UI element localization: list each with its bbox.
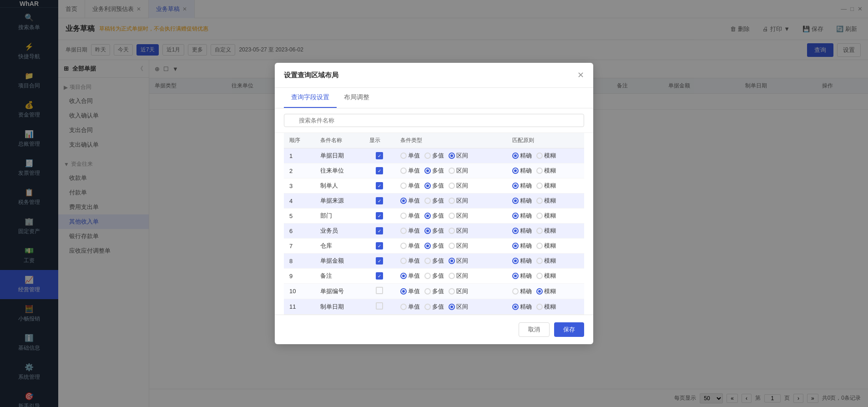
radio-type-单值[interactable]: 单值 [400, 242, 420, 250]
row-show[interactable] [364, 284, 395, 299]
row-match: 精确模糊 [507, 239, 584, 254]
row-show[interactable] [364, 299, 395, 315]
radio-type-区间[interactable]: 区间 [449, 212, 468, 220]
radio-type-区间[interactable]: 区间 [449, 242, 468, 250]
radio-type-区间[interactable]: 区间 [449, 272, 468, 280]
show-checkbox[interactable] [376, 287, 383, 294]
radio-type-区间[interactable]: 区间 [449, 167, 468, 175]
row-condition-type: 单值多值区间 [395, 163, 507, 178]
radio-type-多值[interactable]: 多值 [424, 152, 444, 160]
row-show[interactable]: ✓ [364, 163, 395, 178]
modal-cancel-button[interactable]: 取消 [519, 322, 550, 337]
radio-type-单值[interactable]: 单值 [400, 257, 420, 265]
modal-table: 顺序 条件名称 显示 条件类型 匹配原则 1单据日期✓单值多值区间精确模糊2往来… [284, 133, 584, 315]
show-checkbox[interactable]: ✓ [376, 227, 383, 234]
radio-match-精确[interactable]: 精确 [512, 152, 532, 160]
radio-type-区间[interactable]: 区间 [449, 197, 468, 205]
radio-type-单值[interactable]: 单值 [400, 212, 420, 220]
radio-match-模糊[interactable]: 模糊 [536, 167, 556, 175]
show-checkbox[interactable]: ✓ [376, 152, 383, 159]
radio-type-单值[interactable]: 单值 [400, 197, 420, 205]
radio-type-区间[interactable]: 区间 [449, 227, 468, 235]
radio-type-多值[interactable]: 多值 [424, 242, 444, 250]
radio-match-精确[interactable]: 精确 [512, 303, 532, 311]
show-checkbox[interactable]: ✓ [376, 212, 383, 219]
radio-type-区间[interactable]: 区间 [449, 152, 468, 160]
show-checkbox[interactable]: ✓ [376, 182, 383, 189]
radio-match-精确[interactable]: 精确 [512, 197, 532, 205]
row-show[interactable]: ✓ [364, 254, 395, 269]
radio-type-多值[interactable]: 多值 [424, 227, 444, 235]
modal-save-button[interactable]: 保存 [554, 322, 584, 337]
radio-type-区间[interactable]: 区间 [449, 182, 468, 190]
radio-match-精确[interactable]: 精确 [512, 212, 532, 220]
radio-dot [512, 304, 519, 310]
row-show[interactable]: ✓ [364, 148, 395, 163]
row-show[interactable]: ✓ [364, 269, 395, 284]
radio-type-区间[interactable]: 区间 [449, 257, 468, 265]
modal-dialog: 设置查询区域布局 ✕ 查询字段设置 布局调整 🔍 顺序 条件名称 [275, 63, 593, 344]
radio-match-模糊[interactable]: 模糊 [536, 242, 556, 250]
radio-type-多值[interactable]: 多值 [424, 182, 444, 190]
modal-tab-fields[interactable]: 查询字段设置 [284, 88, 337, 108]
modal-search-input[interactable] [284, 114, 584, 127]
show-checkbox[interactable]: ✓ [376, 167, 383, 174]
show-checkbox[interactable] [376, 302, 383, 310]
radio-match-精确[interactable]: 精确 [512, 182, 532, 190]
radio-type-多值[interactable]: 多值 [424, 167, 444, 175]
radio-match-模糊[interactable]: 模糊 [536, 212, 556, 220]
radio-type-区间[interactable]: 区间 [449, 303, 468, 311]
radio-dot [400, 243, 407, 249]
radio-match-模糊[interactable]: 模糊 [536, 287, 556, 295]
radio-match-模糊[interactable]: 模糊 [536, 272, 556, 280]
radio-dot [536, 213, 543, 219]
show-checkbox[interactable]: ✓ [376, 272, 383, 280]
radio-match-精确[interactable]: 精确 [512, 257, 532, 265]
radio-match-精确[interactable]: 精确 [512, 167, 532, 175]
radio-match-模糊[interactable]: 模糊 [536, 197, 556, 205]
row-match: 精确模糊 [507, 299, 584, 315]
table-row: 4单据来源✓单值多值区间精确模糊 [284, 193, 584, 209]
radio-type-区间[interactable]: 区间 [449, 287, 468, 295]
radio-match-模糊[interactable]: 模糊 [536, 182, 556, 190]
radio-type-单值[interactable]: 单值 [400, 182, 420, 190]
show-checkbox[interactable]: ✓ [376, 197, 383, 204]
radio-type-单值[interactable]: 单值 [400, 303, 420, 311]
row-show[interactable]: ✓ [364, 193, 395, 209]
radio-type-多值[interactable]: 多值 [424, 257, 444, 265]
row-order: 9 [284, 269, 315, 284]
row-show[interactable]: ✓ [364, 178, 395, 193]
row-condition-type: 单值多值区间 [395, 284, 507, 299]
radio-dot [400, 228, 407, 234]
radio-type-单值[interactable]: 单值 [400, 227, 420, 235]
radio-match-精确[interactable]: 精确 [512, 227, 532, 235]
modal-col-type: 条件类型 [395, 133, 507, 148]
radio-type-多值[interactable]: 多值 [424, 212, 444, 220]
radio-type-单值[interactable]: 单值 [400, 152, 420, 160]
radio-type-多值[interactable]: 多值 [424, 272, 444, 280]
show-checkbox[interactable]: ✓ [376, 242, 383, 249]
modal-overlay[interactable]: 设置查询区域布局 ✕ 查询字段设置 布局调整 🔍 顺序 条件名称 [0, 0, 868, 407]
row-name: 单据来源 [315, 193, 364, 209]
radio-type-单值[interactable]: 单值 [400, 167, 420, 175]
modal-close-button[interactable]: ✕ [577, 70, 584, 80]
radio-match-模糊[interactable]: 模糊 [536, 303, 556, 311]
row-name: 部门 [315, 209, 364, 224]
radio-match-精确[interactable]: 精确 [512, 272, 532, 280]
radio-match-精确[interactable]: 精确 [512, 242, 532, 250]
radio-match-模糊[interactable]: 模糊 [536, 227, 556, 235]
radio-type-多值[interactable]: 多值 [424, 287, 444, 295]
radio-match-精确[interactable]: 精确 [512, 287, 532, 295]
radio-type-单值[interactable]: 单值 [400, 287, 420, 295]
row-show[interactable]: ✓ [364, 209, 395, 224]
radio-type-多值[interactable]: 多值 [424, 303, 444, 311]
radio-type-单值[interactable]: 单值 [400, 272, 420, 280]
row-show[interactable]: ✓ [364, 224, 395, 239]
modal-tab-layout[interactable]: 布局调整 [337, 88, 377, 108]
radio-type-多值[interactable]: 多值 [424, 197, 444, 205]
radio-match-模糊[interactable]: 模糊 [536, 257, 556, 265]
show-checkbox[interactable]: ✓ [376, 257, 383, 265]
radio-match-模糊[interactable]: 模糊 [536, 152, 556, 160]
radio-dot [424, 273, 431, 279]
row-show[interactable]: ✓ [364, 239, 395, 254]
